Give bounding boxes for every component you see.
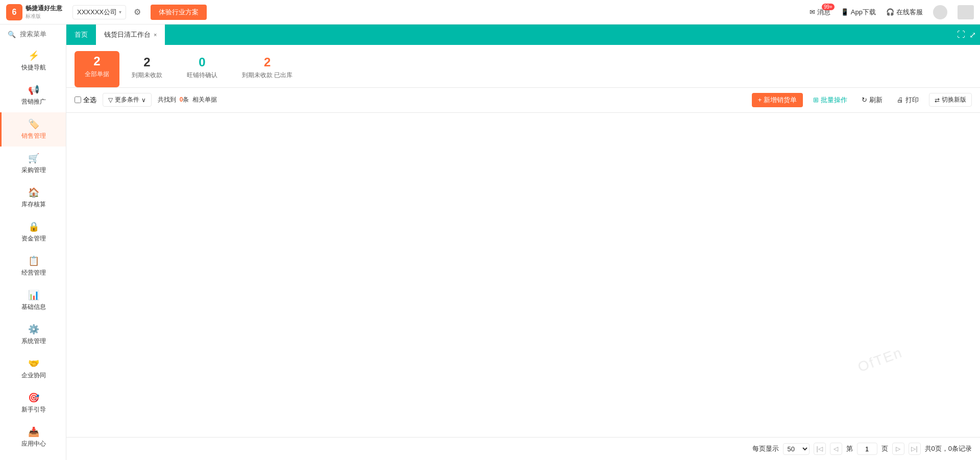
switch-version-label: 切换新版 [942,95,966,104]
page-last-button[interactable]: ▷| [909,443,921,455]
tab-fullscreen-button[interactable]: ⤢ [969,30,976,40]
company-selector[interactable]: XXXXXX公司 ▾ [72,5,126,19]
tab-home-label: 首页 [75,30,88,39]
print-icon: 🖨 [897,96,903,104]
sidebar-label-app-center: 应用中心 [21,440,46,448]
logo-sub: 标准版 [26,13,62,20]
found-text: 共找到 0条 相关单据 [158,95,217,104]
sidebar-label-sales: 销售管理 [21,132,46,140]
tab-maximize-button[interactable]: ⛶ [957,30,965,39]
quick-nav-icon: ⚡ [28,50,39,61]
logo: 6 畅捷通好生意 标准版 [6,4,72,20]
sidebar-label-operations: 经营管理 [21,269,46,277]
table-area [66,113,980,437]
logo-icon: 6 [6,4,22,20]
phone-icon: 📱 [841,8,849,16]
sidebar-item-enterprise-wechat[interactable]: 💬 企业微信 [0,454,66,460]
user-menu[interactable] [958,5,974,19]
status-card-overdue-unshipped[interactable]: 2 到期未收款 已出库 [230,51,305,87]
app-download-item[interactable]: 📱 App下载 [841,8,876,17]
switch-version-button[interactable]: ⇄ 切换新版 [929,93,972,107]
settings-icon[interactable]: ⚙ [130,5,144,19]
page-label: 第 [846,444,853,453]
inventory-icon: 🏠 [28,187,39,198]
sidebar-item-operations[interactable]: 📋 经营管理 [0,249,66,283]
company-name: XXXXXX公司 [77,8,117,17]
batch-op-button[interactable]: ⊞ 批量操作 [809,93,851,107]
status-label-all: 全部单据 [85,70,109,79]
sidebar-label-marketing: 营销推广 [21,98,46,106]
enterprise-coop-icon: 🤝 [28,358,39,369]
refresh-label: 刷新 [869,95,883,105]
page-first-button[interactable]: |◁ [814,443,826,455]
status-num-wangpu: 0 [187,55,217,70]
sidebar-item-marketing[interactable]: 📢 营销推广 [0,78,66,112]
status-cards: 2 全部单据 2 到期未收款 0 旺铺待确认 2 到期未收款 已出库 [66,45,980,88]
sidebar-item-finance[interactable]: 🔒 资金管理 [0,215,66,249]
sidebar-item-beginner-guide[interactable]: 🎯 新手引导 [0,386,66,420]
select-all-checkbox[interactable]: 全选 [75,95,96,105]
sidebar-item-system[interactable]: ⚙️ 系统管理 [0,318,66,352]
sidebar-item-quick-nav[interactable]: ⚡ 快捷导航 [0,44,66,78]
tab-active[interactable]: 钱货日清工作台 × [96,25,165,45]
status-num-overdue-unpaid: 2 [132,55,162,70]
sidebar-item-basic-info[interactable]: 📊 基础信息 [0,283,66,318]
status-card-overdue-unpaid[interactable]: 2 到期未收款 [119,51,175,87]
sidebar-label-inventory: 库存核算 [21,200,46,209]
trial-button[interactable]: 体验行业方案 [151,5,207,20]
tab-home[interactable]: 首页 [66,25,96,45]
filter-label: 更多条件 [115,95,139,104]
headset-icon: 🎧 [886,8,894,16]
sidebar-search-label: 搜索菜单 [20,30,46,39]
logo-text: 畅捷通好生意 标准版 [26,4,62,20]
sidebar-search[interactable]: 🔍 搜索菜单 [0,25,66,44]
message-badge: 99+ [822,4,835,10]
main-layout: 🔍 搜索菜单 ⚡ 快捷导航 📢 营销推广 🏷️ 销售管理 🛒 采购管理 🏠 库存… [0,25,980,460]
filter-chevron-icon: ∨ [141,96,146,104]
status-card-wangpu[interactable]: 0 旺铺待确认 [175,51,230,87]
sidebar-item-enterprise-coop[interactable]: 🤝 企业协同 [0,352,66,386]
online-support-item[interactable]: 🎧 在线客服 [886,8,923,17]
page-prev-button[interactable]: ◁ [830,443,842,455]
app-download-label: App下载 [851,8,876,17]
total-label: 共0页，0条记录 [925,444,972,453]
marketing-icon: 📢 [28,84,39,95]
page-number-input[interactable] [857,443,877,455]
filter-button[interactable]: ▽ 更多条件 ∨ [103,93,152,107]
sales-icon: 🏷️ [28,118,39,130]
tab-close-icon[interactable]: × [154,32,157,38]
chevron-down-icon: ▾ [119,9,121,15]
switch-icon: ⇄ [935,96,940,104]
sidebar-label-beginner-guide: 新手引导 [21,405,46,414]
select-all-label: 全选 [83,95,96,105]
sidebar-item-purchase[interactable]: 🛒 采购管理 [0,147,66,181]
avatar[interactable] [933,5,947,19]
batch-op-label: 批量操作 [821,95,847,105]
toolbar-right: + 新增销货单 ⊞ 批量操作 ↻ 刷新 🖨 打印 ⇄ [752,93,972,107]
sidebar: 🔍 搜索菜单 ⚡ 快捷导航 📢 营销推广 🏷️ 销售管理 🛒 采购管理 🏠 库存… [0,25,66,460]
app-center-icon: 📥 [28,426,39,438]
topbar: 6 畅捷通好生意 标准版 XXXXXX公司 ▾ ⚙ 体验行业方案 ✉ 消息 99… [0,0,980,25]
sidebar-item-app-center[interactable]: 📥 应用中心 [0,420,66,454]
beginner-guide-icon: 🎯 [28,392,39,403]
refresh-button[interactable]: ↻ 刷新 [857,93,887,107]
status-label-overdue-unpaid: 到期未收款 [132,71,162,80]
status-num-all: 2 [85,54,109,69]
print-button[interactable]: 🖨 打印 [893,93,923,107]
sidebar-item-inventory[interactable]: 🏠 库存核算 [0,181,66,215]
batch-icon: ⊞ [813,96,819,104]
logo-main: 畅捷通好生意 [26,4,62,13]
select-all-input[interactable] [75,96,81,103]
per-page-label: 每页显示 [752,444,779,453]
per-page-select[interactable]: 50 100 200 [783,443,810,455]
content-area: 首页 钱货日清工作台 × ⛶ ⤢ 2 全部单据 2 到期未收款 [66,25,980,460]
message-icon: ✉ [810,8,815,16]
status-card-all[interactable]: 2 全部单据 [75,51,119,87]
page-next-button[interactable]: ▷ [892,443,904,455]
new-sale-button[interactable]: + 新增销货单 [752,93,803,107]
sidebar-item-sales[interactable]: 🏷️ 销售管理 [0,112,66,147]
sidebar-label-enterprise-coop: 企业协同 [21,371,46,380]
sidebar-label-system: 系统管理 [21,337,46,346]
message-item[interactable]: ✉ 消息 99+ [810,8,830,17]
refresh-icon: ↻ [862,96,867,104]
